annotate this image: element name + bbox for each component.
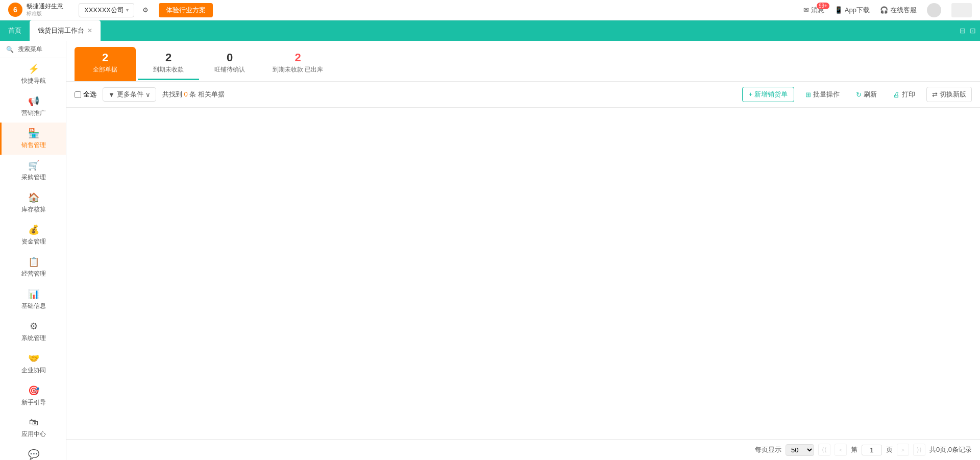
last-page-button[interactable]: ⟩⟩ bbox=[913, 444, 925, 456]
search-icon: 🔍 bbox=[6, 46, 14, 53]
filter-button[interactable]: ▼ 更多条件 ∨ bbox=[103, 87, 156, 102]
tab-workbench[interactable]: 钱货日清工作台 ✕ bbox=[30, 20, 101, 41]
sidebar-item-sales-label: 销售管理 bbox=[21, 141, 46, 150]
found-text: 共找到 0 条 相关单据 bbox=[162, 90, 225, 99]
first-page-button[interactable]: ⟨⟨ bbox=[818, 444, 830, 456]
main-content: 2 全部单据 2 到期未收款 0 旺铺待确认 2 到期未收款 已出库 bbox=[66, 41, 980, 460]
operations-icon: 📋 bbox=[28, 256, 39, 268]
switch-icon: ⇄ bbox=[932, 91, 938, 99]
stats-tabs: 2 全部单据 2 到期未收款 0 旺铺待确认 2 到期未收款 已出库 bbox=[66, 41, 980, 82]
select-all-checkbox[interactable]: 全选 bbox=[75, 90, 96, 99]
sidebar-item-base-label: 基础信息 bbox=[21, 302, 46, 310]
app-download-button[interactable]: 📱 App下载 bbox=[835, 6, 870, 15]
sidebar-item-quicknav[interactable]: ⚡ 快捷导航 bbox=[0, 58, 66, 90]
sidebar-item-base[interactable]: 📊 基础信息 bbox=[0, 283, 66, 316]
stat-count-pending: 0 bbox=[227, 51, 233, 64]
chevron-down-icon: ▾ bbox=[126, 7, 129, 13]
print-icon: 🖨 bbox=[893, 91, 900, 99]
sidebar-item-operations-label: 经营管理 bbox=[21, 270, 46, 278]
enterprise-icon: 🤝 bbox=[28, 353, 39, 364]
app-download-label: App下载 bbox=[845, 6, 870, 15]
tab-home[interactable]: 首页 bbox=[0, 20, 30, 41]
sidebar-item-marketing-label: 营销推广 bbox=[21, 109, 46, 117]
refresh-label: 刷新 bbox=[864, 90, 877, 99]
sidebar-item-guide[interactable]: 🎯 新手引导 bbox=[0, 380, 66, 412]
sidebar-item-system[interactable]: ⚙ 系统管理 bbox=[0, 316, 66, 348]
online-service-button[interactable]: 🎧 在线客服 bbox=[880, 6, 917, 15]
stat-count-overdue: 2 bbox=[165, 51, 172, 64]
trial-button[interactable]: 体验行业方案 bbox=[159, 3, 213, 17]
stat-tab-shipped[interactable]: 2 到期未收款 已出库 bbox=[260, 47, 335, 81]
found-count: 0 bbox=[184, 90, 188, 98]
sidebar: 🔍 搜索菜单 ⚡ 快捷导航 📢 营销推广 🏪 销售管理 🛒 采购管理 🏠 库存核… bbox=[0, 41, 66, 460]
filter-icon: ▼ bbox=[108, 91, 115, 99]
tab-bar-actions: ⊟ ⊡ bbox=[960, 27, 980, 35]
purchase-icon: 🛒 bbox=[28, 160, 39, 171]
sidebar-item-quicknav-label: 快捷导航 bbox=[21, 77, 46, 85]
sidebar-item-sales[interactable]: 🏪 销售管理 bbox=[0, 123, 66, 155]
page-label: 第 bbox=[851, 445, 857, 454]
sidebar-item-operations[interactable]: 📋 经营管理 bbox=[0, 251, 66, 283]
messages-badge: 99+ bbox=[817, 3, 829, 9]
sidebar-item-finance[interactable]: 💰 资金管理 bbox=[0, 219, 66, 251]
switch-label: 切换新版 bbox=[940, 90, 966, 99]
tab-minimize-button[interactable]: ⊟ bbox=[960, 27, 966, 35]
settings-button[interactable]: ⚙ bbox=[138, 3, 153, 17]
search-menu-button[interactable]: 🔍 搜索菜单 bbox=[0, 41, 66, 58]
stat-count-all: 2 bbox=[102, 51, 108, 64]
total-records-label: 共0页,0条记录 bbox=[929, 445, 972, 454]
tab-maximize-button[interactable]: ⊡ bbox=[970, 27, 976, 35]
sidebar-item-finance-label: 资金管理 bbox=[21, 237, 46, 246]
online-service-label: 在线客服 bbox=[890, 6, 917, 15]
download-icon: 📱 bbox=[835, 6, 843, 14]
sidebar-item-marketing[interactable]: 📢 营销推广 bbox=[0, 90, 66, 123]
stat-label-pending: 旺铺待确认 bbox=[214, 65, 245, 74]
header-right: ✉ 消息 99+ 📱 App下载 🎧 在线客服 bbox=[803, 3, 972, 17]
switch-version-button[interactable]: ⇄ 切换新版 bbox=[926, 87, 972, 102]
batch-operations-button[interactable]: ⊞ 批量操作 bbox=[800, 87, 845, 102]
wechat-icon: 💬 bbox=[28, 449, 39, 460]
sidebar-item-system-label: 系统管理 bbox=[21, 334, 46, 343]
search-menu-label: 搜索菜单 bbox=[18, 45, 42, 54]
refresh-button[interactable]: ↻ 刷新 bbox=[851, 87, 882, 102]
avatar[interactable] bbox=[927, 3, 941, 17]
tab-bar: 首页 钱货日清工作台 ✕ ⊟ ⊡ bbox=[0, 20, 980, 41]
sidebar-item-enterprise[interactable]: 🤝 企业协同 bbox=[0, 348, 66, 380]
page-suffix: 页 bbox=[886, 445, 893, 454]
prev-page-button[interactable]: ＜ bbox=[835, 444, 847, 456]
pagination-bar: 每页显示 50 10 20 100 ⟨⟨ ＜ 第 页 ＞ ⟩⟩ 共0页,0条记录 bbox=[66, 439, 980, 460]
select-all-input[interactable] bbox=[75, 91, 81, 98]
stat-tab-pending[interactable]: 0 旺铺待确认 bbox=[199, 47, 260, 81]
finance-icon: 💰 bbox=[28, 224, 39, 235]
per-page-label: 每页显示 bbox=[755, 445, 781, 454]
sidebar-item-purchase[interactable]: 🛒 采购管理 bbox=[0, 155, 66, 187]
stat-count-shipped: 2 bbox=[295, 51, 301, 64]
chevron-filter-icon: ∨ bbox=[145, 91, 151, 99]
base-icon: 📊 bbox=[28, 288, 39, 300]
sidebar-item-purchase-label: 采购管理 bbox=[21, 173, 46, 182]
messages-button[interactable]: ✉ 消息 99+ bbox=[803, 6, 824, 15]
message-icon: ✉ bbox=[803, 6, 809, 14]
stat-label-overdue: 到期未收款 bbox=[153, 65, 184, 74]
marketing-icon: 📢 bbox=[28, 95, 39, 107]
per-page-select[interactable]: 50 10 20 100 bbox=[786, 444, 814, 456]
user-name-area[interactable] bbox=[951, 3, 972, 17]
toolbar: 全选 ▼ 更多条件 ∨ 共找到 0 条 相关单据 + 新增销货单 ⊞ bbox=[66, 82, 980, 108]
company-selector[interactable]: XXXXXX公司 ▾ bbox=[79, 3, 134, 17]
print-button[interactable]: 🖨 打印 bbox=[888, 87, 920, 102]
sidebar-item-enterprise-label: 企业协同 bbox=[21, 366, 46, 375]
sidebar-item-wechat[interactable]: 💬 企业微信 bbox=[0, 444, 66, 460]
top-header: 6 畅捷通好生意 标准版 XXXXXX公司 ▾ ⚙ 体验行业方案 ✉ 消息 99… bbox=[0, 0, 980, 20]
stat-tab-overdue[interactable]: 2 到期未收款 bbox=[138, 47, 199, 81]
table-area bbox=[66, 108, 980, 439]
toolbar-right: + 新增销货单 ⊞ 批量操作 ↻ 刷新 🖨 打印 ⇄ 切换新版 bbox=[742, 87, 972, 102]
page-number-input[interactable] bbox=[862, 445, 882, 455]
sidebar-item-appstore[interactable]: 🛍 应用中心 bbox=[0, 412, 66, 444]
guide-icon: 🎯 bbox=[28, 385, 39, 396]
tab-close-icon[interactable]: ✕ bbox=[87, 27, 92, 34]
logo-text: 畅捷通好生意 bbox=[27, 3, 63, 10]
add-order-button[interactable]: + 新增销货单 bbox=[742, 87, 794, 102]
sidebar-item-inventory[interactable]: 🏠 库存核算 bbox=[0, 187, 66, 219]
next-page-button[interactable]: ＞ bbox=[897, 444, 909, 456]
stat-tab-all[interactable]: 2 全部单据 bbox=[75, 47, 136, 81]
